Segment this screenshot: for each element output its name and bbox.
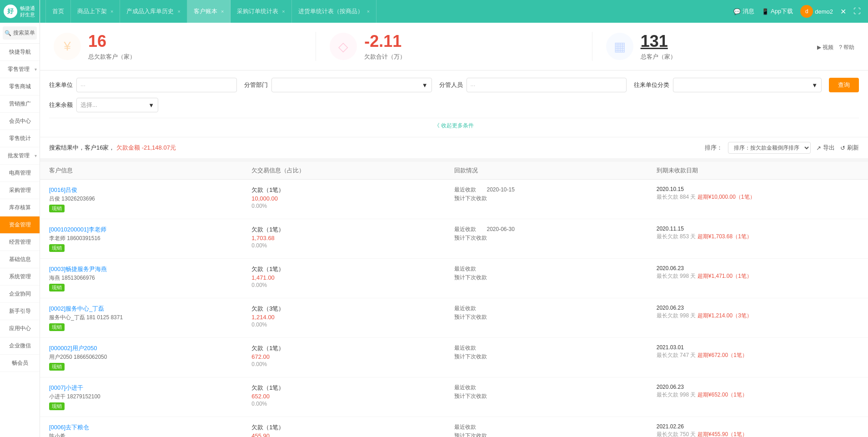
sidebar-item-batch-mgmt[interactable]: 批发管理▾ <box>0 147 40 165</box>
customer-name-link[interactable]: [00010200001]李老师 <box>49 226 106 233</box>
sidebar-item-retail-stats[interactable]: 零售统计 <box>0 130 40 147</box>
sidebar-item-capital[interactable]: 资金管理 <box>0 216 40 234</box>
overdue-link[interactable]: 超期¥672.00（1笔） <box>697 352 748 358</box>
due-date: 2020.06.23 <box>657 384 859 390</box>
from-unit-label: 往来单位 <box>49 81 73 89</box>
due-date-cell-6: 2021.02.26 最长欠款 750 天 超期¥455.90（1笔） <box>657 423 859 437</box>
sidebar-item-label-app-center: 应用中心 <box>3 325 37 332</box>
debt-count: 欠款（1笔） <box>251 423 454 432</box>
sidebar-item-label-corp-collab: 企业协同 <box>3 290 37 298</box>
overdue-link[interactable]: 超期¥455.90（1笔） <box>697 431 748 437</box>
sidebar-item-ops[interactable]: 经营管理 <box>0 234 40 251</box>
overdue-link[interactable]: 超期¥1,703.68（1笔） <box>697 233 752 240</box>
customer-name-link[interactable]: [0006]去下粮仓 <box>49 424 89 431</box>
table-row: [0006]去下粮仓 陈小希 现销 欠款（1笔） 455.90 0.00% 最近… <box>40 417 868 437</box>
customer-name-link[interactable]: [000002]用户2050 <box>49 345 97 352</box>
sidebar-item-vip[interactable]: 畅会员 <box>0 355 40 372</box>
debt-info-cell-4: 欠款（1笔） 672.00 0.00% <box>251 344 454 367</box>
sidebar-item-basic-info[interactable]: 基础信息 <box>0 251 40 268</box>
sidebar-item-label-retail-mgmt: 零售管理 <box>3 65 35 73</box>
manager-input[interactable]: ··· <box>467 78 627 92</box>
customer-info-cell-3: [0002]服务中心_丁磊 服务中心_丁磊 181 0125 8371 现销 <box>49 305 251 331</box>
customer-name-link[interactable]: [0003]畅捷服务尹海燕 <box>49 266 107 272</box>
customer-phone: 陈小希 <box>49 432 251 437</box>
sidebar-item-newbie[interactable]: 新手引导 <box>0 303 40 320</box>
unit-class-select[interactable]: ▼ <box>673 78 822 92</box>
app-download-button[interactable]: 📱 App下载 <box>762 7 793 15</box>
debt-count: 欠款（3笔） <box>251 305 454 313</box>
sidebar-item-label-batch-mgmt: 批发管理 <box>3 152 35 160</box>
sidebar-item-ecommerce[interactable]: 电商管理 <box>0 165 40 182</box>
sidebar-item-app-center[interactable]: 应用中心 <box>0 320 40 337</box>
tab-close-icon-customer-account[interactable]: × <box>221 9 224 14</box>
customer-phone: 吕俊 13026203696 <box>49 195 251 203</box>
stat-total-customers: ▦ 131 总客户（家） ▶ 视频 ? 帮助 <box>592 32 868 61</box>
search-menu-button[interactable]: 🔍 搜索菜单 <box>3 26 37 40</box>
sidebar-item-quick-nav[interactable]: 快捷导航 <box>0 44 40 61</box>
overdue-link[interactable]: 超期¥1,471.00（1笔） <box>697 273 752 279</box>
tab-product-history[interactable]: 产成品入库单历史× <box>120 0 187 23</box>
payment-cell-4: 最近收款 预计下次收款 <box>454 344 657 361</box>
sidebar-item-corp-collab[interactable]: 企业协同 <box>0 286 40 303</box>
close-window-icon[interactable]: ✕ <box>840 7 846 16</box>
sidebar-item-retail-store[interactable]: 零售商城 <box>0 78 40 95</box>
tab-close-icon-product-list[interactable]: × <box>110 9 113 14</box>
tab-close-icon-product-history[interactable]: × <box>177 9 180 14</box>
dept-select[interactable]: ▼ <box>271 78 432 92</box>
debt-info-cell-5: 欠款（1笔） 652.00 0.00% <box>251 384 454 407</box>
export-button[interactable]: ↗ 导出 <box>816 144 835 152</box>
customer-tag: 现销 <box>49 284 65 291</box>
overdue-link[interactable]: 超期¥1,214.00（3笔） <box>697 312 752 319</box>
overdue-link[interactable]: 超期¥652.00（1笔） <box>697 392 748 398</box>
due-date-cell-3: 2020.06.23 最长欠款 998 天 超期¥1,214.00（3笔） <box>657 305 859 320</box>
tab-inbound-stats[interactable]: 进货单统计表（按商品）× <box>292 0 376 23</box>
debt-percent: 0.00% <box>251 361 454 367</box>
customer-name-link[interactable]: [0016]吕俊 <box>49 186 77 193</box>
sidebar-item-retail-mgmt[interactable]: 零售管理▾ <box>0 61 40 78</box>
overdue-link[interactable]: 超期¥10,000.00（1笔） <box>697 194 755 200</box>
table-row: [0016]吕俊 吕俊 13026203696 现销 欠款（1笔） 10,000… <box>40 180 868 219</box>
app-logo: 好 畅捷通好生意 <box>0 0 40 23</box>
customer-tag: 现销 <box>49 402 65 410</box>
refresh-button[interactable]: ↺ 刷新 <box>840 144 859 152</box>
tab-home[interactable]: 首页 <box>45 0 71 23</box>
payment-cell-5: 最近收款 预计下次收款 <box>454 384 657 400</box>
video-button[interactable]: ▶ 视频 <box>817 44 833 51</box>
sidebar-item-marketing[interactable]: 营销推广 <box>0 95 40 113</box>
debt-customers-value: 16 <box>88 32 135 51</box>
help-button[interactable]: ? 帮助 <box>839 44 854 51</box>
filter-collapse-button[interactable]: 《 收起更多条件 <box>49 118 859 133</box>
due-date: 2020.06.23 <box>657 305 859 311</box>
sidebar-item-system[interactable]: 系统管理 <box>0 268 40 286</box>
tab-close-icon-purchase-stats[interactable]: × <box>282 9 285 14</box>
overdue-days: 最长欠款 884 天 超期¥10,000.00（1笔） <box>657 193 859 201</box>
tab-close-icon-inbound-stats[interactable]: × <box>367 9 370 14</box>
debt-amount-icon: ◇ <box>330 33 357 60</box>
user-menu-button[interactable]: d demo2 <box>800 5 833 18</box>
chevron-down-icon: ▾ <box>35 67 37 72</box>
query-button[interactable]: 查询 <box>829 78 859 92</box>
tab-product-list[interactable]: 商品上下架× <box>71 0 120 23</box>
from-unit-input[interactable]: ··· <box>76 78 237 92</box>
main-area: 首页商品上下架×产成品入库单历史×客户账本×采购订单统计表×进货单统计表（按商品… <box>40 0 868 437</box>
tab-customer-account[interactable]: 客户账本× <box>187 0 231 23</box>
customer-info-cell-0: [0016]吕俊 吕俊 13026203696 现销 <box>49 186 251 212</box>
sidebar-item-purchase[interactable]: 采购管理 <box>0 182 40 199</box>
result-summary: 搜索结果中，客户16家， 欠款金额 -21,148.07元 <box>49 144 176 152</box>
sidebar-item-label-purchase: 采购管理 <box>3 186 37 194</box>
sort-select[interactable]: 排序：按欠款金额倒序排序 <box>728 142 811 154</box>
balance-select[interactable]: 选择... ▼ <box>76 98 158 112</box>
filter-row-1: 往来单位 ··· 分管部门 ▼ 分管人员 ··· <box>49 78 859 92</box>
debt-percent: 0.00% <box>251 401 454 407</box>
sidebar-item-inventory[interactable]: 库存核算 <box>0 199 40 216</box>
sidebar-item-member[interactable]: 会员中心 <box>0 113 40 130</box>
maximize-window-icon[interactable]: ⛶ <box>853 7 861 15</box>
next-payment-label: 预计下次收款 <box>454 234 657 242</box>
message-button[interactable]: 💬 消息 <box>733 7 754 15</box>
customer-phone: 小进干 18279152100 <box>49 393 251 401</box>
sidebar-item-corp-wechat[interactable]: 企业微信 <box>0 337 40 355</box>
customer-name-link[interactable]: [0007]小进干 <box>49 384 83 391</box>
tab-purchase-stats[interactable]: 采购订单统计表× <box>231 0 291 23</box>
col-customer-info: 客户信息 <box>49 166 251 175</box>
customer-name-link[interactable]: [0002]服务中心_丁磊 <box>49 305 104 312</box>
